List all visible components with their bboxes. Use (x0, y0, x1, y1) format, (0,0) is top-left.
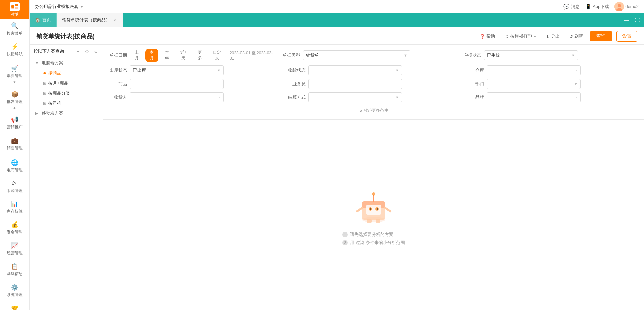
outstatus-dropdown-icon: ▼ (217, 68, 221, 72)
tree-children-pc: ● 按商品 ⊞ 按月+商品 ⊞ 按商品分类 ⊞ (30, 68, 103, 108)
sidebar-item-retail[interactable]: 🛒 零售管理 ▼ (0, 62, 29, 87)
warehouse-label: 仓库 (466, 67, 484, 73)
app-download-btn[interactable]: 📱 App下载 (585, 4, 609, 10)
settle-select[interactable]: ▼ (308, 92, 402, 102)
ecom-icon: 🌐 (11, 159, 18, 166)
outstatus-select[interactable]: 已出库 ▼ (130, 65, 224, 75)
last7days-btn[interactable]: 近7天 (176, 49, 191, 62)
tip-num-1: 1 (342, 232, 348, 237)
edit-scheme-btn[interactable]: ⊙ (84, 48, 90, 55)
docstatus-select[interactable]: 已生效 ▼ (484, 50, 578, 60)
filter-item-warehouse: 仓库 ··· (466, 65, 639, 75)
tip-num-2: 2 (342, 240, 348, 245)
right-content: 单据日期 上月 本月 本年 近7天 更多 自定义 2023-03-01 至 20… (103, 45, 644, 310)
goods-select[interactable]: ··· (130, 79, 224, 89)
tree-section-mobile: ▶ 移动端方案 (30, 108, 103, 118)
tree-item-month-goods[interactable]: ⊞ 按月+商品 (39, 78, 103, 88)
user-menu[interactable]: demo2 (614, 2, 639, 11)
tree-category-label: 移动端方案 (42, 110, 63, 116)
export-btn[interactable]: ⬇ 导出 (543, 32, 562, 41)
sidebar-item-ecom[interactable]: 🌐 电商管理 (0, 156, 29, 176)
refresh-btn[interactable]: ↺ 刷新 (567, 32, 586, 41)
tree-category-pc[interactable]: ▼ 电脑端方案 (30, 58, 103, 68)
doctype-label: 单据类型 (282, 52, 300, 58)
print-label: 按模板打印 (510, 33, 532, 39)
finance-icon: 💰 (11, 221, 18, 228)
app-subtitle: 标版 (11, 12, 18, 17)
sidebar-item-finance[interactable]: 💰 资金管理 (0, 218, 29, 239)
industry-selector[interactable]: 办公用品行业模拟账套 ▼ (35, 4, 84, 10)
sidebar-item-basic[interactable]: 📋 基础信息 (0, 259, 29, 280)
page-body: 按以下方案查询 + ⊙ « ▼ 电脑端方案 ● (30, 45, 644, 310)
tree-item-by-goods[interactable]: ● 按商品 (39, 68, 103, 78)
tip-text-2: 用[过滤]条件来缩小分析范围 (350, 240, 405, 246)
sidebar-item-operations[interactable]: 📈 经营管理 (0, 239, 29, 259)
sidebar-item-label: 电商管理 (7, 167, 23, 173)
inventory-icon: 📊 (11, 200, 18, 208)
system-icon: ⚙️ (11, 283, 18, 291)
more-date-btn[interactable]: 更多 (193, 49, 207, 62)
tab-close-btn[interactable]: × (112, 17, 117, 23)
dept-label: 部门 (466, 81, 484, 87)
message-btn[interactable]: 💬 消息 (563, 4, 580, 10)
paystatus-select[interactable]: ▼ (308, 65, 402, 75)
sidebar-item-sales[interactable]: 💼 销售管理 (0, 134, 29, 154)
tree-item-driver[interactable]: ⊞ 按司机 (39, 98, 103, 108)
paystatus-label: 收款状态 (287, 67, 306, 73)
add-scheme-btn[interactable]: + (75, 48, 82, 55)
mobile-icon: 📱 (585, 4, 591, 10)
tree-category-label: 电脑端方案 (42, 60, 63, 66)
sidebar-item-shortcut[interactable]: ⚡ 快捷导航 (0, 40, 29, 60)
svg-rect-19 (367, 219, 372, 223)
sidebar-item-enterprise[interactable]: 🤝 企业协同 (0, 301, 29, 310)
tab-minimize-btn[interactable]: — (623, 16, 631, 24)
staff-select[interactable]: ··· (308, 79, 402, 89)
tab-expand-btn[interactable]: ⛶ (633, 16, 641, 24)
sales-icon: 💼 (11, 137, 18, 144)
doctype-select[interactable]: 销货单 ▼ (303, 50, 410, 60)
filter-row-3: 商品 ··· 业务员 ··· (109, 79, 639, 89)
setting-btn[interactable]: 设置 (616, 31, 637, 42)
help-btn[interactable]: ❓ 帮助 (477, 32, 498, 41)
staff-label: 业务员 (287, 81, 306, 87)
tab-active[interactable]: 销货单统计表（按商品） × (57, 13, 123, 27)
tree-item-label: 按商品 (48, 70, 61, 76)
filter-item-doctype: 单据类型 销货单 ▼ (282, 50, 458, 60)
print-btn[interactable]: 🖨 按模板打印 ▼ (502, 32, 539, 41)
grid-icon-1: ⊞ (43, 81, 46, 86)
collapse-panel-btn[interactable]: « (92, 48, 99, 55)
collapse-filter-btn[interactable]: ∧ 收起更多条件 (109, 106, 639, 115)
query-btn[interactable]: 查询 (590, 31, 612, 41)
sidebar-item-purchase[interactable]: 🛍 采购管理 (0, 176, 29, 197)
filter-row-4: 收货人 ··· 结算方式 ▼ (109, 92, 639, 102)
custom-date-btn[interactable]: 自定义 (209, 49, 226, 62)
sidebar-item-marketing[interactable]: 📢 营销推广 (0, 113, 29, 134)
sidebar-item-search[interactable]: 🔍 搜索菜单 (0, 19, 29, 40)
this-year-btn[interactable]: 本年 (160, 49, 174, 62)
date-range-display: 2023-03-01 至 2023-03-31 (230, 50, 276, 61)
app-download-label: App下载 (593, 4, 609, 10)
tab-home[interactable]: 🏠 首页 (30, 13, 57, 27)
brand-select[interactable]: ··· (487, 92, 581, 102)
sidebar-item-wholesale[interactable]: 📦 批发管理 ▲ (0, 87, 29, 113)
tab-bar: 🏠 首页 销货单统计表（按商品） × — ⛶ (30, 13, 644, 27)
receiver-select[interactable]: ··· (130, 92, 224, 102)
docstatus-label: 单据状态 (463, 52, 481, 58)
sidebar-item-system[interactable]: ⚙️ 系统管理 (0, 280, 29, 301)
warehouse-select[interactable]: ··· (487, 65, 581, 75)
docstatus-value: 已生效 (487, 52, 500, 58)
dept-select[interactable]: ▼ (487, 79, 581, 89)
tree-category-mobile[interactable]: ▶ 移动端方案 (30, 108, 103, 118)
message-icon: 💬 (563, 4, 570, 10)
doctype-value: 销货单 (306, 52, 319, 58)
tab-active-label: 销货单统计表（按商品） (62, 17, 110, 23)
empty-tip-1: 1 请先选择要分析的方案 (342, 231, 405, 238)
page-title: 销货单统计表(按商品) (36, 32, 95, 40)
tree-item-goods-category[interactable]: ⊞ 按商品分类 (39, 88, 103, 98)
page-content: 销货单统计表(按商品) ❓ 帮助 🖨 按模板打印 ▼ ⬇ 导出 ↺ 刷新 (30, 27, 644, 310)
last-month-btn[interactable]: 上月 (130, 49, 143, 62)
tree-item-label: 按月+商品 (48, 80, 68, 86)
this-month-btn[interactable]: 本月 (145, 49, 159, 62)
sidebar-item-inventory[interactable]: 📊 库存核算 (0, 197, 29, 218)
export-icon: ⬇ (546, 34, 550, 39)
